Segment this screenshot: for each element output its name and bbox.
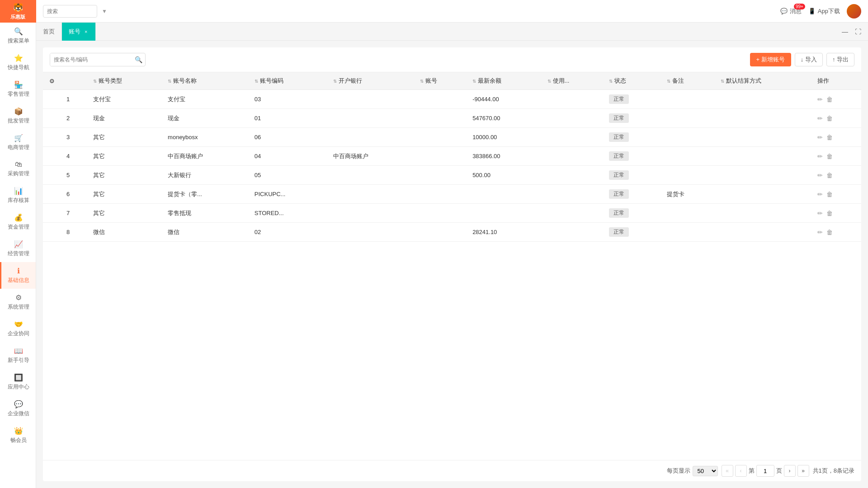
cell-account-name: 中百商场账户 xyxy=(162,147,249,166)
sidebar-label-app-center: 应用中心 xyxy=(8,383,29,391)
col-actions: 操作 xyxy=(812,72,861,90)
edit-button[interactable]: ✏ xyxy=(817,210,823,217)
page-first-button[interactable]: « xyxy=(722,465,733,477)
export-button[interactable]: ↑ 导出 xyxy=(826,53,854,66)
cell-account-no xyxy=(415,166,467,185)
edit-button[interactable]: ✏ xyxy=(817,191,823,198)
col-gear[interactable]: ⚙ xyxy=(43,72,61,90)
col-account-type[interactable]: ⇅账号类型 xyxy=(88,72,162,90)
cell-balance: 500.00 xyxy=(467,166,542,185)
add-account-button[interactable]: + 新增账号 xyxy=(750,53,791,66)
cell-account-type: 其它 xyxy=(88,147,162,166)
sidebar-item-basic-info[interactable]: ℹ 基础信息 xyxy=(0,262,36,289)
app-download-label: App下载 xyxy=(818,7,840,15)
app-download-button[interactable]: 📱 App下载 xyxy=(808,7,840,15)
cell-account-type: 其它 xyxy=(88,128,162,147)
edit-button[interactable]: ✏ xyxy=(817,96,823,103)
account-search-input[interactable] xyxy=(50,53,132,66)
cell-usage xyxy=(542,166,604,185)
sidebar-item-ecommerce-mgmt[interactable]: 🛒 电商管理 xyxy=(0,129,36,156)
sidebar-item-corp-agreement[interactable]: 🤝 企业协同 xyxy=(0,315,36,342)
col-bank[interactable]: ⇅开户银行 xyxy=(328,72,415,90)
table-row: 3 其它 moneybosx 06 10000.00 正常 ✏ 🗑 xyxy=(43,128,861,147)
tab-bar: 首页 账号 × — ⛶ xyxy=(36,23,868,41)
cell-gear xyxy=(43,109,61,128)
edit-button[interactable]: ✏ xyxy=(817,172,823,179)
sidebar-item-ops-mgmt[interactable]: 📈 经营管理 xyxy=(0,235,36,262)
table-toolbar: 🔍 + 新增账号 ↓ 导入 ↑ 导出 xyxy=(43,47,861,72)
col-balance[interactable]: ⇅最新余额 xyxy=(467,72,542,90)
cell-account-type: 微信 xyxy=(88,223,162,242)
sidebar-item-newbie-guide[interactable]: 📖 新手引导 xyxy=(0,342,36,369)
cell-status: 正常 xyxy=(604,90,661,109)
edit-button[interactable]: ✏ xyxy=(817,134,823,141)
sidebar-item-wholesale-mgmt[interactable]: 📦 批发管理 xyxy=(0,103,36,129)
sidebar-item-sys-mgmt[interactable]: ⚙ 系统管理 xyxy=(0,289,36,315)
table-row: 2 现金 现金 01 547670.00 正常 ✏ 🗑 xyxy=(43,109,861,128)
cell-usage xyxy=(542,90,604,109)
delete-button[interactable]: 🗑 xyxy=(826,96,833,103)
sidebar-item-corp-wechat[interactable]: 💬 企业微信 xyxy=(0,395,36,422)
app-download-icon: 📱 xyxy=(808,8,816,14)
edit-button[interactable]: ✏ xyxy=(817,229,823,236)
page-number-input[interactable] xyxy=(756,465,774,477)
messages-button[interactable]: 💬 消息 99+ xyxy=(780,7,802,15)
col-usage[interactable]: ⇅使用... xyxy=(542,72,604,90)
cell-account-name: 大新银行 xyxy=(162,166,249,185)
col-account-no[interactable]: ⇅账号 xyxy=(415,72,467,90)
import-button[interactable]: ↓ 导入 xyxy=(795,53,823,66)
search-submit-button[interactable]: 🔍 xyxy=(132,53,145,66)
tab-close-icon[interactable]: × xyxy=(83,28,89,35)
cell-default-settlement xyxy=(715,166,812,185)
sidebar-item-retail-mgmt[interactable]: 🏪 零售管理 xyxy=(0,76,36,103)
top-search-input[interactable] xyxy=(43,5,97,18)
cell-usage xyxy=(542,109,604,128)
sidebar-item-search-menu[interactable]: 🔍 搜索菜单 xyxy=(0,23,36,49)
delete-button[interactable]: 🗑 xyxy=(826,153,833,160)
edit-button[interactable]: ✏ xyxy=(817,153,823,160)
cell-usage xyxy=(542,128,604,147)
tab-accounts[interactable]: 账号 × xyxy=(62,23,96,41)
cell-remarks: 提货卡 xyxy=(661,185,715,204)
tab-maximize-button[interactable]: ⛶ xyxy=(853,26,863,37)
col-status[interactable]: ⇅状态 xyxy=(604,72,661,90)
col-default-settlement[interactable]: ⇅默认结算方式 xyxy=(715,72,812,90)
cell-actions: ✏ 🗑 xyxy=(812,128,861,147)
col-account-name[interactable]: ⇅账号名称 xyxy=(162,72,249,90)
delete-button[interactable]: 🗑 xyxy=(826,229,833,236)
sidebar-item-purchase-mgmt[interactable]: 🛍 采购管理 xyxy=(0,156,36,182)
delete-button[interactable]: 🗑 xyxy=(826,191,833,198)
sidebar-item-inventory[interactable]: 📊 库存核算 xyxy=(0,182,36,209)
total-info: 共1页，8条记录 xyxy=(813,467,854,475)
sidebar-label-retail-mgmt: 零售管理 xyxy=(8,90,29,98)
edit-button[interactable]: ✏ xyxy=(817,115,823,122)
cell-remarks xyxy=(661,223,715,242)
sidebar-item-app-center[interactable]: 🔲 应用中心 xyxy=(0,369,36,395)
sidebar-label-newbie-guide: 新手引导 xyxy=(8,357,29,364)
cell-row-num: 2 xyxy=(61,109,88,128)
sidebar-item-quick-nav[interactable]: ⭐ 快捷导航 xyxy=(0,49,36,76)
sidebar-item-vip-member[interactable]: 👑 畅会员 xyxy=(0,422,36,449)
cell-account-code: 01 xyxy=(249,109,328,128)
page-last-button[interactable]: » xyxy=(797,465,809,477)
cell-actions: ✏ 🗑 xyxy=(812,147,861,166)
sidebar-item-finance-mgmt[interactable]: 💰 资金管理 xyxy=(0,209,36,235)
cell-actions: ✏ 🗑 xyxy=(812,204,861,223)
messages-badge: 99+ xyxy=(794,4,805,9)
page-size-select[interactable]: 102050100 xyxy=(693,466,718,476)
top-header: ▼ 💬 消息 99+ 📱 App下载 xyxy=(36,0,868,23)
page-next-button[interactable]: › xyxy=(784,465,796,477)
delete-button[interactable]: 🗑 xyxy=(826,134,833,141)
delete-button[interactable]: 🗑 xyxy=(826,210,833,217)
tab-minimize-button[interactable]: — xyxy=(840,26,850,37)
col-account-code[interactable]: ⇅账号编码 xyxy=(249,72,328,90)
col-remarks[interactable]: ⇅备注 xyxy=(661,72,715,90)
delete-button[interactable]: 🗑 xyxy=(826,172,833,179)
page-prev-button[interactable]: ‹ xyxy=(735,465,747,477)
tab-home[interactable]: 首页 xyxy=(36,23,62,41)
cell-default-settlement xyxy=(715,109,812,128)
cell-balance xyxy=(467,204,542,223)
user-avatar[interactable] xyxy=(847,4,861,19)
delete-button[interactable]: 🗑 xyxy=(826,115,833,122)
cell-actions: ✏ 🗑 xyxy=(812,109,861,128)
